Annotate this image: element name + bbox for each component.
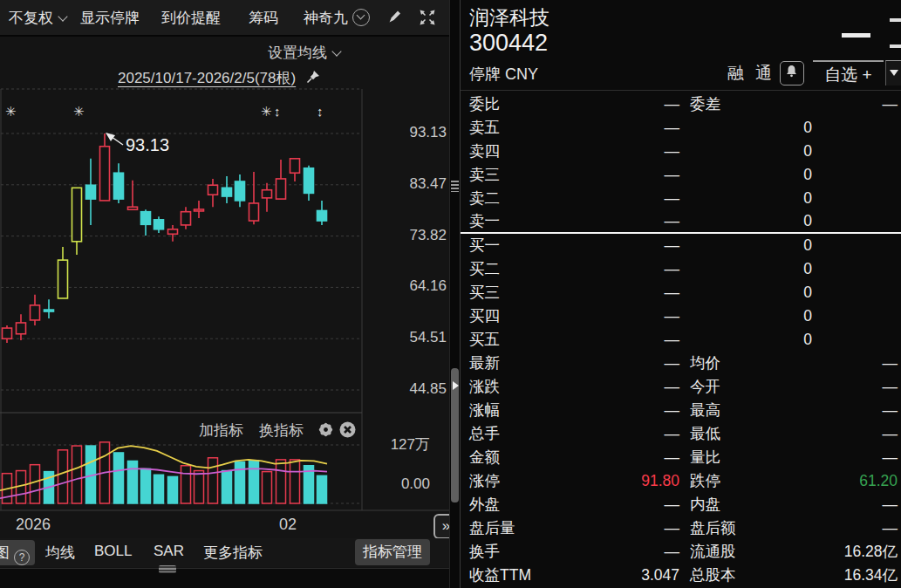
quote-row: 买五—0 <box>461 328 901 352</box>
quote-row: 卖一—0 <box>461 210 901 234</box>
bell-icon <box>783 63 805 85</box>
gear-icon[interactable] <box>317 421 334 438</box>
ma-setting-label: 设置均线 <box>268 44 327 61</box>
quote-rows: 委比—委差—卖五—0卖四—0卖三—0卖二—0卖一—0买一—0买二—0买三—0买四… <box>461 92 901 587</box>
stock-code: 300442 <box>469 30 548 57</box>
trading-status: 停牌 CNY <box>469 64 538 85</box>
quote-row: 收益TTM3.047总股本16.34亿 <box>461 564 901 587</box>
price-tick: 83.47 <box>375 175 447 193</box>
volume-bar <box>128 461 138 503</box>
candle <box>128 207 138 209</box>
watchlist-topline <box>813 60 884 62</box>
volume-bar <box>290 460 300 503</box>
pin-icon <box>305 70 321 85</box>
drag-grip-icon[interactable] <box>451 181 459 192</box>
date-range[interactable]: 2025/10/17-2026/2/5(78根) <box>118 68 321 88</box>
quote-value: — <box>461 375 898 399</box>
updown-arrow-icon: ↕ <box>274 104 281 119</box>
volume-bar <box>208 458 218 503</box>
quote-row: 盘后量—盘后额— <box>461 516 901 540</box>
price-tick: 54.51 <box>375 329 447 346</box>
quote-value: 16.34亿 <box>461 564 898 587</box>
quote-row: 买二—0 <box>461 257 901 281</box>
candle <box>141 212 151 225</box>
quote-row: 卖五—0 <box>461 116 901 140</box>
candle <box>3 328 12 338</box>
quote-row: 金额—量比— <box>461 446 901 469</box>
candle <box>17 323 26 334</box>
quote-qty: 0 <box>461 116 812 140</box>
resize-handle[interactable] <box>159 565 176 573</box>
watchlist-dropdown[interactable] <box>885 60 901 85</box>
volume-bar <box>181 466 191 503</box>
chart-type-button[interactable]: 图? <box>0 540 35 565</box>
change-pct-placeholder <box>890 44 901 48</box>
switch-indicator-button[interactable]: 换指标 <box>259 420 304 441</box>
candle <box>208 185 218 195</box>
volume-bar <box>168 476 178 503</box>
quote-row: 换手—流通股16.28亿 <box>461 540 901 564</box>
volume-bar <box>263 472 272 503</box>
add-watchlist-button[interactable]: 自选 + <box>813 64 884 86</box>
ma-setting-button[interactable]: 设置均线 <box>268 43 340 63</box>
quote-row: 最新—均价— <box>461 352 901 375</box>
chart-section: 不复权 显示停牌 到价提醒 筹码 神奇九 设置均线 2025/10/17-202… <box>0 0 449 588</box>
volume-bar <box>222 471 232 503</box>
quote-qty: 0 <box>461 163 812 187</box>
quote-row: 涨跌—今开— <box>461 375 901 399</box>
candle <box>58 260 68 298</box>
quote-row: 买一—0 <box>461 234 901 257</box>
quote-value: — <box>461 493 898 516</box>
chevron-down-icon <box>331 46 341 56</box>
volume-bar <box>195 471 204 503</box>
candle <box>154 220 164 229</box>
header-divider <box>461 90 901 91</box>
candle <box>31 305 40 320</box>
quote-qty: 0 <box>461 210 812 232</box>
alert-bell-button[interactable] <box>780 61 804 85</box>
candle <box>317 210 327 221</box>
quote-row: 委比—委差— <box>461 92 901 116</box>
volume-bar <box>154 475 164 503</box>
tab-ma[interactable]: 均线 <box>45 543 75 563</box>
close-icon[interactable] <box>339 421 356 438</box>
volume-bar <box>276 460 286 503</box>
quote-value: 61.20 <box>461 469 898 493</box>
quote-value: — <box>461 399 898 422</box>
quote-value: 16.28亿 <box>461 540 898 564</box>
quote-row: 卖二—0 <box>461 187 901 210</box>
quote-value: — <box>461 422 898 446</box>
volume-bar <box>114 453 124 503</box>
quote-qty: 0 <box>461 281 812 304</box>
volume-max-label: 127万 <box>370 434 430 455</box>
tab-more-indicators[interactable]: 更多指标 <box>203 543 263 563</box>
quote-qty: 0 <box>461 304 812 328</box>
quote-row: 买三—0 <box>461 281 901 304</box>
tab-boll[interactable]: BOLL <box>94 543 132 560</box>
quote-row: 总手—最低— <box>461 422 901 446</box>
quote-panel: 润泽科技 300442 停牌 CNY 融 通 自选 + 委比—委差—卖五—0卖四… <box>460 0 901 588</box>
quote-row: 涨停91.80跌停61.20 <box>461 469 901 493</box>
snowflake-marker-icon: ✳ <box>73 104 85 120</box>
updown-arrow-icon: ↕ <box>317 104 324 119</box>
price-tick: 44.85 <box>375 380 447 398</box>
expand-arrow-icon[interactable] <box>453 381 459 390</box>
help-icon[interactable]: ? <box>14 550 30 565</box>
tab-sar[interactable]: SAR <box>154 543 184 560</box>
candle <box>195 209 204 211</box>
indicator-manage-button[interactable]: 指标管理 <box>355 539 430 565</box>
volume-bar <box>249 461 259 503</box>
candle <box>249 203 259 221</box>
stock-name: 润泽科技 <box>469 4 549 31</box>
add-indicator-button[interactable]: 加指标 <box>199 420 243 441</box>
quote-value: — <box>461 352 898 375</box>
price-tick: 64.16 <box>375 277 447 295</box>
volume-bar <box>235 462 245 503</box>
x-tick-month: 02 <box>279 516 297 534</box>
volume-bar <box>141 468 151 503</box>
x-tick-year: 2026 <box>16 516 51 534</box>
quote-qty: 0 <box>461 187 812 210</box>
quote-row: 外盘—内盘— <box>461 493 901 516</box>
quote-value: — <box>461 516 898 540</box>
candle <box>168 229 178 234</box>
